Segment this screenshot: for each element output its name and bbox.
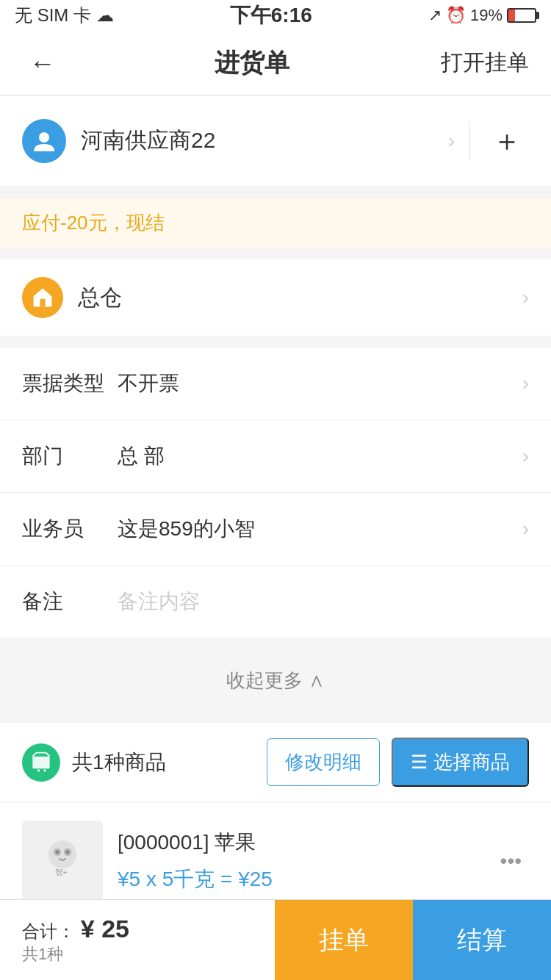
status-right: ↗ ⏰ 19% bbox=[428, 6, 536, 25]
chevron-right-icon: › bbox=[522, 517, 529, 541]
supplier-avatar bbox=[22, 119, 66, 163]
status-bar: 无 SIM 卡 ☁ 下午6:16 ↗ ⏰ 19% bbox=[0, 0, 551, 31]
nav-bar: ← 进货单 打开挂单 bbox=[0, 31, 551, 96]
svg-rect-2 bbox=[32, 756, 49, 768]
chevron-right-icon: › bbox=[448, 129, 455, 153]
product-thumbnail: 智+ bbox=[22, 821, 103, 901]
chevron-right-icon: › bbox=[522, 372, 529, 395]
supplier-name: 河南供应商22 bbox=[81, 126, 448, 156]
svg-point-0 bbox=[39, 132, 49, 143]
warehouse-icon bbox=[22, 277, 63, 318]
supplier-row[interactable]: 河南供应商22 › ＋ bbox=[0, 96, 551, 187]
remark-input[interactable]: 备注内容 bbox=[118, 588, 529, 616]
chevron-right-icon: › bbox=[522, 286, 529, 309]
select-product-button[interactable]: ☰ 选择商品 bbox=[392, 738, 529, 787]
form-section: 票据类型 不开票 › 部门 总 部 › 业务员 这是859的小智 › 备注 备注… bbox=[0, 347, 551, 638]
salesperson-value: 这是859的小智 bbox=[118, 515, 522, 543]
status-left: 无 SIM 卡 ☁ bbox=[15, 4, 114, 27]
battery-percent: 19% bbox=[470, 6, 503, 25]
open-suspend-button[interactable]: 打开挂单 bbox=[441, 48, 529, 78]
product-title: 苹果 bbox=[215, 831, 256, 854]
total-count: 共1种 bbox=[22, 943, 253, 965]
invoice-row[interactable]: 票据类型 不开票 › bbox=[0, 347, 551, 420]
dept-label: 部门 bbox=[22, 442, 118, 470]
svg-point-9 bbox=[65, 850, 69, 854]
svg-point-5 bbox=[48, 840, 77, 869]
svg-rect-1 bbox=[40, 299, 45, 307]
collapse-row[interactable]: 收起更多 ∧ bbox=[0, 650, 551, 711]
divider bbox=[469, 123, 470, 159]
total-row: 合计： ¥ 25 bbox=[22, 915, 253, 943]
back-button[interactable]: ← bbox=[22, 40, 63, 86]
products-count: 共1种商品 bbox=[72, 749, 267, 777]
warehouse-name: 总仓 bbox=[78, 283, 522, 313]
products-icon bbox=[22, 743, 60, 782]
price-value: ¥5 bbox=[118, 868, 140, 890]
chevron-right-icon: › bbox=[522, 444, 529, 468]
house-icon bbox=[31, 286, 54, 309]
product-name: [0000001] 苹果 bbox=[118, 829, 493, 857]
status-time: 下午6:16 bbox=[230, 1, 312, 29]
remark-row[interactable]: 备注 备注内容 bbox=[0, 566, 551, 638]
bottom-bar: 合计： ¥ 25 共1种 挂单 结算 bbox=[0, 899, 551, 980]
edit-detail-button[interactable]: 修改明细 bbox=[267, 738, 380, 786]
checkout-button[interactable]: 结算 bbox=[413, 900, 551, 981]
salesperson-row[interactable]: 业务员 这是859的小智 › bbox=[0, 493, 551, 566]
total-amount: ¥ 25 bbox=[81, 915, 129, 943]
product-info: [0000001] 苹果 ¥5 x 5千克 = ¥25 bbox=[118, 829, 493, 893]
product-code: [0000001] bbox=[118, 831, 209, 854]
svg-point-4 bbox=[43, 769, 46, 771]
select-icon: ☰ bbox=[411, 751, 428, 774]
price-separator: x bbox=[146, 868, 162, 890]
select-label: 选择商品 bbox=[433, 749, 510, 775]
dept-value: 总 部 bbox=[118, 442, 522, 470]
product-owl-icon: 智+ bbox=[37, 835, 88, 887]
total-value: ¥25 bbox=[238, 868, 273, 890]
svg-point-3 bbox=[37, 769, 40, 771]
supplier-section: 河南供应商22 › ＋ bbox=[0, 96, 551, 187]
product-price: ¥5 x 5千克 = ¥25 bbox=[118, 865, 493, 893]
total-section: 合计： ¥ 25 共1种 bbox=[0, 915, 275, 965]
person-icon bbox=[31, 128, 57, 154]
location-icon: ↗ bbox=[428, 6, 442, 25]
warehouse-row[interactable]: 总仓 › bbox=[0, 259, 551, 336]
invoice-label: 票据类型 bbox=[22, 370, 118, 397]
notice-banner: 应付-20元，现结 bbox=[0, 198, 551, 248]
dept-row[interactable]: 部门 总 部 › bbox=[0, 420, 551, 493]
sim-status: 无 SIM 卡 ☁ bbox=[15, 4, 114, 27]
cart-icon bbox=[30, 752, 52, 774]
more-options-button[interactable]: ••• bbox=[493, 842, 529, 880]
svg-text:智+: 智+ bbox=[55, 868, 68, 876]
alarm-icon: ⏰ bbox=[446, 6, 466, 25]
products-header: 共1种商品 修改明细 ☰ 选择商品 bbox=[0, 723, 551, 801]
page-title: 进货单 bbox=[215, 46, 289, 80]
salesperson-label: 业务员 bbox=[22, 515, 118, 543]
suspend-button[interactable]: 挂单 bbox=[275, 900, 413, 981]
svg-point-8 bbox=[55, 850, 59, 854]
total-label: 合计： bbox=[22, 921, 75, 941]
remark-label: 备注 bbox=[22, 588, 118, 616]
battery-icon bbox=[507, 8, 536, 23]
add-supplier-button[interactable]: ＋ bbox=[485, 113, 529, 168]
equals-sign: = bbox=[220, 868, 238, 890]
invoice-value: 不开票 bbox=[118, 370, 522, 397]
quantity-value: 5千克 bbox=[162, 868, 215, 890]
